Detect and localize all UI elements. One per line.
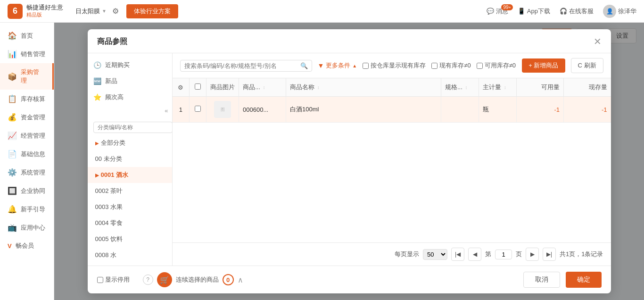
nav-label-frequent: 频次高 <box>105 93 124 101</box>
th-code[interactable]: 商品... ↕ <box>239 78 286 97</box>
sort-unit-icon[interactable]: ↕ <box>504 85 506 90</box>
sort-spec-icon[interactable]: ↕ <box>465 85 467 90</box>
modal-body: 🕒 近期购买 🆕 新品 ⭐ 频次高 « <box>88 53 611 266</box>
online-service-item[interactable]: 🎧 在线客服 <box>560 7 594 16</box>
cat-item-beverage[interactable]: 0005 饮料 <box>88 231 172 247</box>
cat-item-water[interactable]: 0008 水 <box>88 247 172 263</box>
filter-arrow: ▲ <box>352 63 357 68</box>
confirm-button[interactable]: 确定 <box>566 272 602 288</box>
sidebar-item-basic[interactable]: 📄 基础信息 <box>0 145 54 163</box>
cancel-button[interactable]: 取消 <box>523 272 560 288</box>
row-checkbox[interactable] <box>195 106 201 112</box>
frequent-icon: ⭐ <box>93 93 101 101</box>
td-img: 图 <box>206 97 239 123</box>
sidebar-item-operation[interactable]: 📈 经营管理 <box>0 126 54 145</box>
filter-button[interactable]: ▼ 更多条件 ▲ <box>318 61 357 70</box>
phone-icon: 📱 <box>518 8 525 15</box>
trial-button[interactable]: 体验行业方案 <box>126 4 178 18</box>
sidebar-item-appstore[interactable]: 📺 应用中心 <box>0 218 54 237</box>
store-selector[interactable]: 日太阳膜 ▼ <box>75 7 107 16</box>
th-name-label: 商品名称 <box>290 83 314 91</box>
cat-search-input[interactable] <box>93 122 173 133</box>
user-item[interactable]: 👤 徐泽华 <box>603 5 636 18</box>
th-unit[interactable]: 主计量 ↕ <box>479 78 517 97</box>
refresh-modal-button[interactable]: C 刷新 <box>571 58 603 73</box>
operation-icon: 📈 <box>8 131 17 140</box>
td-check[interactable] <box>190 97 206 123</box>
cat-item-fruit[interactable]: 0003 水果 <box>88 199 172 215</box>
app-download-item[interactable]: 📱 App下载 <box>518 7 550 16</box>
cat-item-tea[interactable]: 0002 茶叶 <box>88 183 172 199</box>
cat-item-liquor[interactable]: ▶ 0001 酒水 <box>88 167 172 183</box>
search-input[interactable] <box>184 62 298 69</box>
logo-text: 畅捷通好生意 <box>26 4 63 12</box>
th-check[interactable] <box>190 78 206 97</box>
online-service-label: 在线客服 <box>569 7 594 16</box>
per-page-select[interactable]: 50 100 200 <box>423 249 447 260</box>
cat-item-uncat[interactable]: 00 未分类 <box>88 151 172 167</box>
sidebar-label-purchase: 采购管理 <box>21 68 45 85</box>
check-warehouse-input[interactable] <box>363 63 369 69</box>
check-available[interactable]: 可用库存≠0 <box>477 61 516 70</box>
next-page-button[interactable]: ▶ <box>526 248 539 261</box>
sidebar-label-basic: 基础信息 <box>21 150 45 158</box>
nav-label-new: 新品 <box>105 77 117 85</box>
logo-text-block: 畅捷通好生意 精品版 <box>26 4 63 19</box>
check-all[interactable] <box>195 83 201 90</box>
sidebar-item-finance[interactable]: 💰 资金管理 <box>0 108 54 126</box>
add-product-button[interactable]: + 新增商品 <box>522 58 565 73</box>
message-item[interactable]: 💬 消息 99+ <box>487 7 508 16</box>
cart-collapse-icon[interactable]: ∧ <box>238 275 243 284</box>
check-nonzero-stock-input[interactable] <box>431 63 438 69</box>
sidebar-item-purchase[interactable]: 📦 采购管理 <box>0 63 54 90</box>
product-table: ⚙ 商品图片 商品... ↕ <box>173 78 611 123</box>
sidebar-item-sales[interactable]: 📊 销售管理 <box>0 45 54 63</box>
nav-item-frequent[interactable]: ⭐ 频次高 <box>88 89 172 105</box>
sort-code-icon[interactable]: ↕ <box>263 85 265 90</box>
cat-item-all[interactable]: ▶ 全部分类 <box>88 135 172 151</box>
th-spec[interactable]: 规格... ↕ <box>441 78 479 97</box>
first-page-button[interactable]: |◀ <box>451 248 464 261</box>
show-disabled-input[interactable] <box>97 277 103 283</box>
cat-arrow-all: ▶ <box>95 141 99 146</box>
nav-item-recent[interactable]: 🕒 近期购买 <box>88 57 172 73</box>
search-bar: 🔍 ▼ 更多条件 ▲ 按仓库显示现有库存 <box>173 53 611 78</box>
help-icon[interactable]: ? <box>143 275 153 285</box>
sidebar-item-home[interactable]: 🏠 首页 <box>0 26 54 45</box>
logo-sub: 精品版 <box>26 11 63 18</box>
new-icon: 🆕 <box>93 77 101 85</box>
gear-icon[interactable]: ⚙ <box>112 7 119 16</box>
check-warehouse[interactable]: 按仓库显示现有库存 <box>363 61 426 70</box>
prev-page-button[interactable]: ◀ <box>468 248 481 261</box>
cat-label-liquor: 0001 酒水 <box>101 171 129 179</box>
th-setting[interactable]: ⚙ <box>173 78 190 97</box>
modal-close-button[interactable]: ✕ <box>594 36 602 47</box>
sidebar-item-collab[interactable]: 🔲 企业协同 <box>0 182 54 200</box>
check-nonzero-stock[interactable]: 现有库存≠0 <box>431 61 471 70</box>
sidebar-label-sales: 销售管理 <box>21 50 45 58</box>
th-stock-label: 现存量 <box>589 83 607 91</box>
page-input[interactable] <box>495 250 512 259</box>
logo-icon: 6 <box>8 4 23 19</box>
sidebar-item-system[interactable]: ⚙️ 系统管理 <box>0 163 54 182</box>
search-icon[interactable]: 🔍 <box>300 62 308 69</box>
collapse-button[interactable]: « <box>88 105 172 116</box>
sidebar-item-inventory[interactable]: 📋 库存核算 <box>0 90 54 108</box>
thumb-placeholder: 图 <box>221 107 225 113</box>
nav-item-new[interactable]: 🆕 新品 <box>88 73 172 89</box>
cart-icon[interactable]: 🛒 <box>157 272 172 287</box>
nav-right: 💬 消息 99+ 📱 App下载 🎧 在线客服 👤 徐泽华 <box>487 5 636 18</box>
sidebar-item-guide[interactable]: 🔔 新手引导 <box>0 200 54 218</box>
sort-name-icon[interactable]: ↕ <box>317 85 320 90</box>
show-disabled-check[interactable]: 显示停用 <box>97 275 130 284</box>
store-selector-arrow: ▼ <box>102 8 107 14</box>
table-row[interactable]: 1 图 000600... <box>173 97 611 123</box>
last-page-button[interactable]: ▶| <box>543 248 556 261</box>
sidebar-item-vip[interactable]: V 畅会员 <box>0 237 54 255</box>
check-available-input[interactable] <box>477 63 483 69</box>
cat-label-fruit: 0003 水果 <box>95 203 123 210</box>
logo-area: 6 畅捷通好生意 精品版 <box>8 4 64 19</box>
th-name[interactable]: 商品名称 ↕ <box>286 78 441 97</box>
cat-item-snack[interactable]: 0004 零食 <box>88 215 172 231</box>
cat-label-uncat: 00 未分类 <box>95 155 122 162</box>
